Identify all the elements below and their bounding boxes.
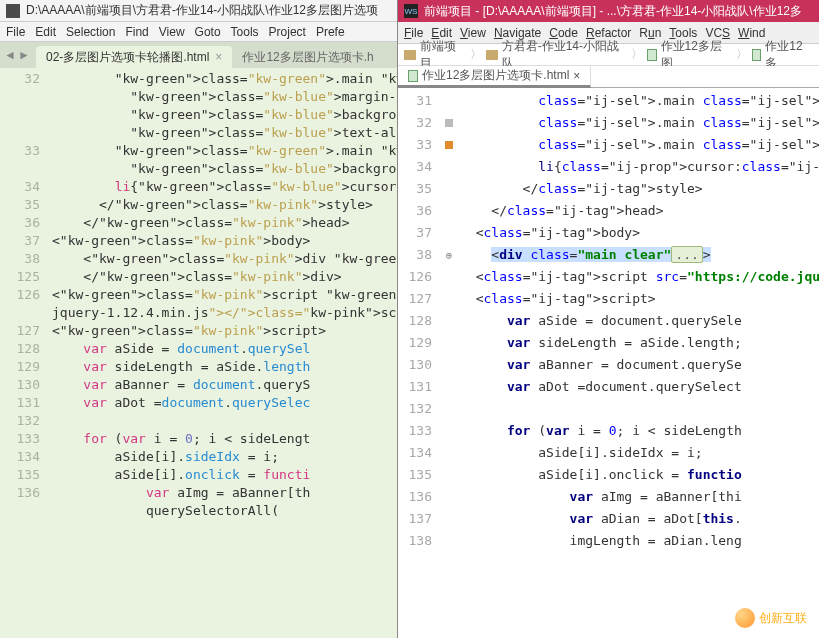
breadcrumb[interactable]: 前端项目 〉 方君君-作业14-小阳战队 〉 作业12多层图 〉 作业12多 xyxy=(398,44,819,66)
tab-active[interactable]: 作业12多层图片选项卡.html × xyxy=(398,66,591,88)
folder-icon xyxy=(404,50,416,60)
menu-view[interactable]: View xyxy=(159,25,185,39)
tab-arrows[interactable]: ◄ ► xyxy=(4,42,36,68)
tab-label: 02-多层图片选项卡轮播图.html xyxy=(46,49,209,66)
menu-find[interactable]: Find xyxy=(125,25,148,39)
code-left[interactable]: "kw-green">class="kw-green">.main "kw-gr… xyxy=(52,68,397,638)
breadcrumb-sep: 〉 xyxy=(736,46,748,63)
breadcrumb-sep: 〉 xyxy=(631,46,643,63)
menu-selection[interactable]: Selection xyxy=(66,25,115,39)
file-icon xyxy=(647,49,657,61)
tab-arrow-right-icon[interactable]: ► xyxy=(18,48,30,62)
app-icon: WS xyxy=(404,4,418,18)
window-title: D:\AAAAA\前端项目\方君君-作业14-小阳战队\作业12多层图片选项 xyxy=(26,2,378,19)
menu-window[interactable]: Wind xyxy=(738,26,765,40)
line-numbers: 3132333435363738126127128129130131132133… xyxy=(398,88,438,638)
menu-run[interactable]: Run xyxy=(639,26,661,40)
tabbar-right: 作业12多层图片选项卡.html × xyxy=(398,66,819,88)
titlebar-right: WS 前端项目 - [D:\AAAAA\前端项目] - ...\方君君-作业14… xyxy=(398,0,819,22)
menu-project[interactable]: Project xyxy=(269,25,306,39)
menu-goto[interactable]: Goto xyxy=(195,25,221,39)
window-title: 前端项目 - [D:\AAAAA\前端项目] - ...\方君君-作业14-小阳… xyxy=(424,3,802,20)
menu-file[interactable]: File xyxy=(6,25,25,39)
editor-right[interactable]: 3132333435363738126127128129130131132133… xyxy=(398,88,819,638)
gutter-right: 3132333435363738126127128129130131132133… xyxy=(398,88,460,638)
tab-close-icon[interactable]: × xyxy=(573,69,580,83)
menu-tools[interactable]: Tools xyxy=(231,25,259,39)
menubar-left[interactable]: File Edit Selection Find View Goto Tools… xyxy=(0,22,397,42)
code-right[interactable]: class="ij-sel">.main class="ij-sel">.box… xyxy=(460,88,819,638)
tab-close-icon[interactable]: × xyxy=(215,50,222,64)
file-icon xyxy=(752,49,762,61)
tab-active[interactable]: 02-多层图片选项卡轮播图.html × xyxy=(36,46,232,68)
gutter-marks: ⊕ xyxy=(438,88,460,638)
app-icon xyxy=(6,4,20,18)
menu-edit[interactable]: Edit xyxy=(35,25,56,39)
editor-left[interactable]: 3233343536373812512612712812913013113213… xyxy=(0,68,397,638)
tab-arrow-left-icon[interactable]: ◄ xyxy=(4,48,16,62)
breadcrumb-sep: 〉 xyxy=(470,46,482,63)
webstorm-window: WS 前端项目 - [D:\AAAAA\前端项目] - ...\方君君-作业14… xyxy=(398,0,819,638)
tab-label: 作业12多层图片选项卡.h xyxy=(242,49,373,66)
menu-preferences[interactable]: Prefe xyxy=(316,25,345,39)
tab-inactive[interactable]: 作业12多层图片选项卡.h xyxy=(232,46,383,68)
app-root: D:\AAAAA\前端项目\方君君-作业14-小阳战队\作业12多层图片选项 F… xyxy=(0,0,819,638)
gutter-left: 3233343536373812512612712812913013113213… xyxy=(0,68,52,638)
file-icon xyxy=(408,70,418,82)
folder-icon xyxy=(486,50,498,60)
sublime-text-window: D:\AAAAA\前端项目\方君君-作业14-小阳战队\作业12多层图片选项 F… xyxy=(0,0,398,638)
tabbar-left: ◄ ► 02-多层图片选项卡轮播图.html × 作业12多层图片选项卡.h xyxy=(0,42,397,68)
tab-label: 作业12多层图片选项卡.html xyxy=(422,67,569,84)
titlebar-left: D:\AAAAA\前端项目\方君君-作业14-小阳战队\作业12多层图片选项 xyxy=(0,0,397,22)
